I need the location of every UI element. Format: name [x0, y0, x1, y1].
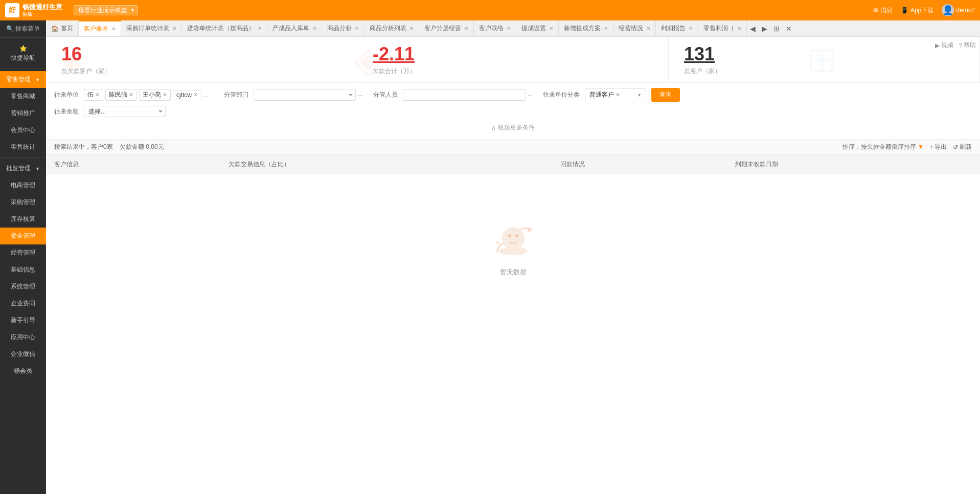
tab-new-reminder[interactable]: 新增提成方案 ✕: [559, 20, 613, 37]
sidebar-item-retail-stats[interactable]: 零售统计: [0, 139, 46, 155]
tab-close-8[interactable]: ✕: [507, 26, 511, 31]
sidebar: 🔍 搜索菜单 ⭐ 快捷导航 零售管理 ▼ 零售商城 营销推广: [0, 20, 46, 494]
tab-inbound-stats[interactable]: 进货单统计表（按商品） ✕: [182, 20, 267, 37]
sort-chevron-icon[interactable]: ▼: [918, 143, 924, 150]
tab-purchase-order-stats[interactable]: 采购订单统计表 ✕: [121, 20, 182, 37]
svg-point-5: [496, 241, 499, 244]
empty-state-icon: [493, 220, 534, 261]
sidebar-item-label: 采购管理: [11, 198, 35, 207]
top-bar-right: ✉ 消息 📱 App下载 👤 demo2: [873, 4, 975, 16]
tab-close-5[interactable]: ✕: [355, 26, 359, 31]
category-select[interactable]: 普通客户 ✕ ▼: [585, 88, 646, 101]
filter-row-1: 往来单位 伍 ✕ 陈民强 ✕ 王小亮: [54, 88, 972, 102]
tab-close-7[interactable]: ✕: [464, 26, 468, 31]
tab-close-9[interactable]: ✕: [549, 26, 553, 31]
collapse-btn[interactable]: ∧ 收起更多条件: [486, 121, 540, 134]
tab-product-analysis[interactable]: 商品分析 ✕: [322, 20, 364, 37]
sidebar-item-label: 畅会员: [14, 367, 32, 375]
sidebar-quick-nav[interactable]: ⭐ 快捷导航: [0, 41, 46, 66]
staff-dots[interactable]: ···: [528, 92, 533, 99]
tab-expand[interactable]: ⊞: [770, 25, 783, 33]
dept-select[interactable]: [254, 89, 356, 101]
tab-customer-connect[interactable]: 客户联络 ✕: [474, 20, 516, 37]
tab-nav-prev[interactable]: ◀: [747, 25, 759, 33]
tag-close-1[interactable]: ✕: [95, 92, 100, 98]
tab-retail-profit[interactable]: 零售利润（ ✕: [698, 20, 747, 37]
sidebar-item-vip[interactable]: 畅会员: [0, 363, 46, 379]
sidebar-item-enterprise-wechat[interactable]: 企业微信: [0, 346, 46, 363]
app-download-btn[interactable]: 📱 App下载: [901, 6, 933, 15]
tab-operations-status[interactable]: 经营情况 ✕: [613, 20, 656, 37]
export-btn[interactable]: ↑ 导出: [930, 143, 947, 151]
sidebar-item-basic-info[interactable]: 基础信息: [0, 261, 46, 278]
sidebar-item-operations[interactable]: 经营管理: [0, 244, 46, 261]
th-due-date: 到期未收款日期: [727, 155, 980, 174]
tab-customer-book[interactable]: 客户账本 ✕: [79, 20, 121, 37]
sidebar-item-marketing[interactable]: 营销推广: [0, 105, 46, 122]
stat-value-1: 16: [61, 43, 82, 65]
account-select[interactable]: 母婴行业演示账套: [74, 5, 138, 15]
sidebar-item-label: 零售统计: [11, 143, 35, 151]
sidebar-item-label: 系统管理: [11, 282, 35, 291]
tab-profit-report[interactable]: 利润报告 ✕: [656, 20, 698, 37]
sidebar-item-member[interactable]: 会员中心: [0, 122, 46, 139]
tab-product-analysis-list[interactable]: 商品分析列表 ✕: [364, 20, 419, 37]
tab-close-all[interactable]: ✕: [783, 25, 795, 33]
sidebar-item-retail-mall[interactable]: 零售商城: [0, 88, 46, 105]
tab-close-11[interactable]: ✕: [646, 26, 650, 31]
sidebar-item-purchase[interactable]: 采购管理: [0, 194, 46, 211]
query-button[interactable]: 查询: [651, 88, 680, 102]
tab-close-12[interactable]: ✕: [689, 26, 693, 31]
sidebar-item-finance[interactable]: 资金管理: [0, 228, 46, 244]
tab-close-4[interactable]: ✕: [312, 26, 316, 31]
tab-close-13[interactable]: ✕: [737, 26, 741, 31]
sidebar-search[interactable]: 🔍 搜索菜单: [0, 20, 46, 38]
logo: 好 畅捷通好生意 标版: [5, 3, 62, 17]
logo-text: 畅捷通好生意: [22, 3, 62, 11]
staff-input[interactable]: [403, 89, 526, 101]
sidebar-item-retail-manage[interactable]: 零售管理 ▼: [0, 71, 46, 88]
account-selector[interactable]: 母婴行业演示账套: [69, 5, 138, 15]
dept-dots[interactable]: ···: [358, 92, 363, 99]
sidebar-item-label: 企业协同: [11, 299, 35, 308]
home-icon: 🏠: [51, 25, 59, 32]
tab-customer-segment[interactable]: 客户分层经营 ✕: [419, 20, 474, 37]
message-btn[interactable]: ✉ 消息: [873, 6, 893, 15]
tab-close-2[interactable]: ✕: [172, 26, 176, 31]
search-icon: 🔍: [6, 25, 14, 32]
unit-tag-3: 王小亮 ✕: [139, 89, 171, 101]
sidebar-item-label: 批发管理: [6, 164, 31, 173]
tag-close-2[interactable]: ✕: [129, 92, 133, 98]
sidebar-item-ecommerce[interactable]: 电商管理: [0, 177, 46, 194]
tab-reminder-settings[interactable]: 提成设置 ✕: [516, 20, 559, 37]
tab-close-10[interactable]: ✕: [604, 26, 608, 31]
svg-point-2: [508, 234, 511, 237]
sidebar-item-app-center[interactable]: 应用中心: [0, 329, 46, 346]
refresh-btn[interactable]: ↺ 刷新: [953, 143, 972, 151]
filter-more-btn[interactable]: ...: [203, 92, 209, 99]
sidebar-item-stock[interactable]: 库存核算: [0, 211, 46, 228]
tab-close-customer-book[interactable]: ✕: [111, 26, 116, 32]
tag-close-4[interactable]: ✕: [193, 92, 198, 98]
tag-close-3[interactable]: ✕: [163, 92, 167, 98]
nav-icon: ⭐: [19, 45, 27, 52]
tab-close-6[interactable]: ✕: [409, 26, 414, 31]
tab-product-inbound[interactable]: 产成品入库单 ✕: [267, 20, 322, 37]
tab-nav-next[interactable]: ▶: [759, 25, 770, 33]
help-btn[interactable]: ? 帮助: [959, 41, 976, 50]
stat-help-area: ▶ 视频 ? 帮助: [935, 41, 976, 50]
sidebar-item-system[interactable]: 系统管理: [0, 278, 46, 295]
category-tag-close[interactable]: ✕: [616, 92, 620, 98]
video-help-btn[interactable]: ▶ 视频: [935, 41, 953, 50]
stat-label-1: 总欠款客户（家）: [61, 67, 110, 76]
tab-close-3[interactable]: ✕: [258, 26, 262, 31]
balance-select[interactable]: 选择...: [84, 106, 166, 117]
tab-home[interactable]: 🏠 首页: [46, 20, 79, 37]
sidebar-item-wholesale[interactable]: 批发管理 ▼: [0, 160, 46, 177]
sidebar-item-enterprise-coop[interactable]: 企业协同: [0, 295, 46, 312]
stats-row: ¥ 16 总欠款客户（家） ◈ -2.11 欠款合计（万） ⊞: [46, 37, 980, 83]
stat-total-customers-3: 131 总客户（家）: [669, 37, 980, 82]
sidebar-item-new-guide[interactable]: 新手引导: [0, 312, 46, 329]
sidebar-nav: ⭐ 快捷导航 零售管理 ▼ 零售商城 营销推广 会员中心 零售: [0, 38, 46, 383]
user-menu[interactable]: 👤 demo2: [942, 4, 975, 16]
